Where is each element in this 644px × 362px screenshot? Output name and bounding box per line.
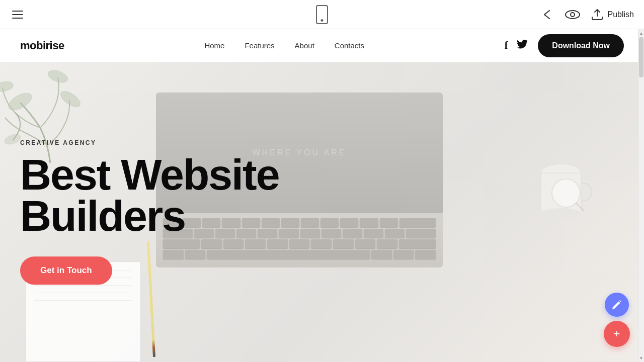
hero-section: WHERE YOU ARE <box>0 62 644 362</box>
hero-content: CREATIVE AGENCY Best Website Builders Ge… <box>20 139 279 285</box>
nav-about[interactable]: About <box>295 41 314 50</box>
back-icon[interactable] <box>540 8 554 22</box>
toolbar-right: Publish <box>540 8 634 22</box>
svg-point-6 <box>4 133 22 146</box>
svg-point-9 <box>541 208 581 218</box>
scroll-down-arrow[interactable]: ▼ <box>638 354 644 362</box>
svg-point-0 <box>566 11 580 19</box>
hamburger-menu-icon[interactable] <box>10 9 25 21</box>
hero-title-line2: Builders <box>20 192 185 240</box>
svg-point-2 <box>6 90 34 113</box>
svg-point-3 <box>47 68 69 84</box>
add-fab-button[interactable]: + <box>604 321 630 347</box>
hero-tag: CREATIVE AGENCY <box>20 139 279 146</box>
toolbar: Publish <box>0 0 644 29</box>
get-in-touch-button[interactable]: Get in Touch <box>20 257 112 285</box>
site-header: mobirise Home Features About Contacts f … <box>0 29 644 62</box>
toolbar-center <box>316 5 328 24</box>
hero-title: Best Website Builders <box>20 154 279 236</box>
scrollbar-thumb[interactable] <box>639 37 643 77</box>
mobile-preview-icon[interactable] <box>316 5 328 24</box>
facebook-icon[interactable]: f <box>505 40 508 51</box>
preview-eye-icon[interactable] <box>565 9 581 21</box>
toolbar-left <box>10 9 25 21</box>
scroll-up-arrow[interactable]: ▲ <box>638 29 644 37</box>
edit-fab-button[interactable] <box>605 293 629 317</box>
coffee-cup-decoration <box>533 163 594 233</box>
publish-button[interactable]: Publish <box>591 9 634 20</box>
nav-contacts[interactable]: Contacts <box>335 41 364 50</box>
plus-icon: + <box>614 328 620 339</box>
site-nav: Home Features About Contacts <box>204 41 364 50</box>
scrollbar[interactable]: ▲ ▼ <box>638 29 644 362</box>
nav-home[interactable]: Home <box>204 41 224 50</box>
social-icons: f <box>505 40 528 51</box>
twitter-icon[interactable] <box>517 40 528 51</box>
svg-point-5 <box>58 88 83 110</box>
header-right: f Download Now <box>505 34 624 57</box>
svg-point-1 <box>571 13 575 17</box>
download-now-button[interactable]: Download Now <box>538 34 624 57</box>
site-logo: mobirise <box>20 39 64 52</box>
nav-features[interactable]: Features <box>245 41 274 50</box>
svg-point-4 <box>0 80 14 93</box>
publish-label: Publish <box>608 10 634 19</box>
